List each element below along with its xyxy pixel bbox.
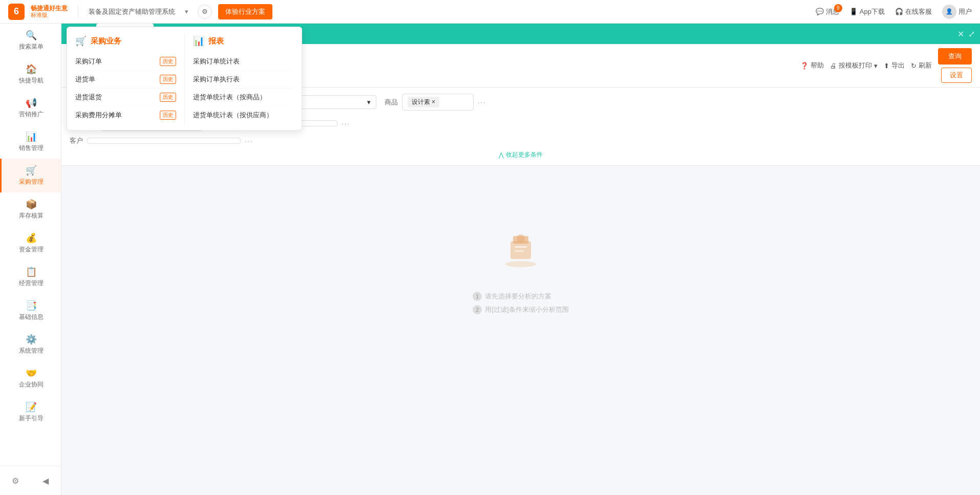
svg-rect-4	[515, 246, 527, 248]
top-bar-right: 💬 消息 9 📱 App下载 🎧 在线客服 👤 用户	[816, 5, 972, 19]
industry-btn[interactable]: 体验行业方案	[218, 4, 272, 19]
sidebar-item-quick[interactable]: 🏠 快捷导航	[0, 57, 61, 91]
empty-illustration	[495, 221, 546, 282]
sidebar-item-label: 企业协同	[19, 380, 44, 389]
messages-badge: 9	[834, 4, 842, 12]
dropdown-item-incoming-supplier[interactable]: 进货单统计表（按供应商）	[193, 106, 294, 124]
goods-label: 商品	[385, 98, 398, 107]
app-version: 标准版	[31, 12, 68, 18]
user-btn[interactable]: 👤 用户	[942, 5, 972, 19]
dropdown-item-order-stat[interactable]: 采购订单统计表	[193, 53, 294, 71]
sidebar-item-search[interactable]: 🔍 搜索菜单	[0, 24, 61, 57]
enterprise-icon: 🤝	[26, 368, 37, 379]
print-dropdown-icon: ▾	[874, 62, 878, 70]
sidebar-item-sales[interactable]: 📊 销售管理	[0, 125, 61, 159]
divider	[78, 6, 78, 18]
online-service-btn[interactable]: 🎧 在线客服	[895, 7, 932, 16]
export-btn[interactable]: ⬆ 导出	[884, 61, 905, 70]
sidebar-item-newguide[interactable]: 📝 新手引导	[0, 395, 61, 429]
print-icon: 🖨	[830, 62, 837, 70]
system-dropdown-btn[interactable]: ▾	[181, 7, 191, 17]
tab-bar-right: ✕ ⤢	[957, 29, 975, 39]
svg-point-0	[505, 261, 536, 267]
app-download-btn[interactable]: 📱 App下载	[849, 7, 885, 16]
sidebar-item-marketing[interactable]: 📢 营销推广	[0, 91, 61, 125]
export-icon: ⬆	[884, 62, 889, 70]
sidebar-item-label: 基础信息	[19, 313, 44, 321]
print-btn[interactable]: 🖨 按模板打印 ▾	[830, 61, 878, 70]
svg-point-3	[517, 234, 525, 243]
sidebar-item-operation[interactable]: 📋 经营管理	[0, 260, 61, 294]
system-icon: ⚙️	[26, 334, 37, 345]
purchase-col-icon: 🛒	[75, 35, 87, 47]
tab-close-all-icon[interactable]: ✕	[957, 29, 964, 39]
inventory-icon: 📦	[26, 199, 37, 210]
message-icon: 💬	[816, 8, 824, 15]
dropdown-item-order-exec[interactable]: 采购订单执行表	[193, 71, 294, 89]
sidebar-item-basic[interactable]: 📑 基础信息	[0, 294, 61, 328]
hist-badge-1[interactable]: 历史	[160, 75, 176, 84]
collapse-up-icon: ⋀	[499, 152, 504, 159]
sidebar-item-label: 快捷导航	[19, 76, 44, 85]
sidebar: 🔍 搜索菜单 🏠 快捷导航 📢 营销推广 📊 销售管理 🛒 采购管	[0, 24, 61, 495]
staff-more-dots[interactable]: ···	[342, 120, 350, 127]
sidebar-item-inventory[interactable]: 📦 库存核算	[0, 192, 61, 226]
top-bar-left: 6 畅捷通好生意 标准版 装备及固定资产辅助管理系统 ▾ ⚙ 体验行业方案	[8, 4, 816, 20]
help-btn[interactable]: ❓ 帮助	[800, 61, 824, 70]
collapse-btn[interactable]: ⋀ 收起更多条件	[70, 150, 972, 159]
goods-filter: 商品 设计素 × ···	[385, 94, 486, 111]
messages-btn[interactable]: 💬 消息 9	[816, 7, 839, 16]
dropdown-item-purchase-order[interactable]: 采购订单 历史	[75, 53, 176, 71]
customer-more-dots[interactable]: ···	[245, 137, 253, 145]
dropdown-col-purchase-title: 🛒 采购业务	[75, 33, 176, 53]
filter-row-3: 客户 ···	[70, 136, 972, 145]
top-bar: 6 畅捷通好生意 标准版 装备及固定资产辅助管理系统 ▾ ⚙ 体验行业方案 💬 …	[0, 0, 980, 24]
status-dropdown-icon: ▾	[367, 98, 371, 106]
customer-select[interactable]	[87, 138, 241, 144]
sidebar-bottom: ⚙ ◀	[0, 466, 61, 495]
goods-select[interactable]: 设计素 ×	[402, 94, 474, 111]
dropdown-item-fee[interactable]: 采购费用分摊单 历史	[75, 106, 176, 124]
home-icon: 🏠	[26, 63, 37, 75]
sidebar-item-label: 搜索菜单	[19, 42, 44, 51]
sidebar-item-system[interactable]: ⚙️ 系统管理	[0, 328, 61, 361]
sidebar-settings-btn[interactable]: ⚙	[7, 472, 24, 489]
sidebar-item-finance[interactable]: 💰 资金管理	[0, 226, 61, 260]
avatar: 👤	[942, 5, 956, 19]
query-btn[interactable]: 查询	[938, 48, 972, 64]
tab-expand-icon[interactable]: ⤢	[968, 29, 975, 39]
svg-rect-1	[510, 241, 531, 259]
purchase-dropdown-menu: 🛒 采购业务 采购订单 历史 进货单 历史 进货退货 历史	[67, 27, 302, 131]
refresh-icon: ↻	[911, 62, 917, 70]
sidebar-collapse-btn[interactable]: ◀	[37, 472, 54, 489]
refresh-btn[interactable]: ↻ 刷新	[911, 61, 932, 70]
dropdown-item-incoming-goods[interactable]: 进货单统计表（按商品）	[193, 89, 294, 106]
empty-state: 1请先选择要分析的方案 2用[过滤]条件来缩小分析范围	[61, 166, 980, 371]
goods-tag: 设计素 ×	[408, 97, 439, 107]
sidebar-item-label: 系统管理	[19, 347, 44, 355]
help-icon: ❓	[800, 62, 808, 70]
dropdown-item-incoming[interactable]: 进货单 历史	[75, 71, 176, 89]
main-layout: 🔍 搜索菜单 🏠 快捷导航 📢 营销推广 📊 销售管理 🛒 采购管	[0, 24, 980, 495]
svg-rect-5	[515, 250, 524, 252]
empty-tips: 1请先选择要分析的方案 2用[过滤]条件来缩小分析范围	[473, 290, 568, 316]
sidebar-item-purchase[interactable]: 🛒 采购管理	[0, 159, 61, 192]
dropdown-item-return[interactable]: 进货退货 历史	[75, 89, 176, 106]
dropdown-col-report-title: 📊 报表	[193, 33, 294, 53]
sidebar-item-label: 采购管理	[19, 178, 44, 186]
settings-btn[interactable]: ⚙	[198, 5, 212, 19]
sidebar-item-label: 营销推广	[19, 110, 44, 119]
phone-icon: 📱	[849, 8, 858, 15]
newguide-icon: 📝	[26, 401, 37, 413]
hist-badge-3[interactable]: 历史	[160, 111, 176, 120]
hist-badge-0[interactable]: 历史	[160, 57, 176, 66]
logo-icon: 6	[8, 4, 25, 20]
nav-items: 🔍 搜索菜单 🏠 快捷导航 📢 营销推广 📊 销售管理 🛒 采购管	[0, 24, 61, 466]
hist-badge-2[interactable]: 历史	[160, 93, 176, 102]
sidebar-item-enterprise[interactable]: 🤝 企业协同	[0, 361, 61, 395]
customer-label: 客户	[70, 136, 83, 145]
sidebar-item-label: 库存核算	[19, 211, 44, 220]
goods-more-dots[interactable]: ···	[478, 98, 486, 106]
dropdown-col-report: 📊 报表 采购订单统计表 采购订单执行表 进货单统计表（按商品） 进货单统计表（…	[184, 33, 302, 124]
setting-btn[interactable]: 设置	[941, 68, 972, 83]
